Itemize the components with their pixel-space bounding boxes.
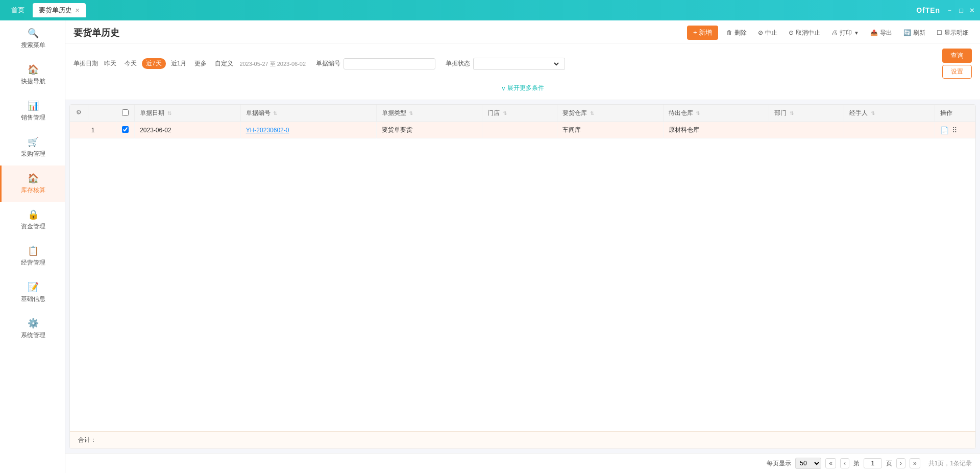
- col-pending-warehouse-label: 待出仓库: [669, 109, 693, 116]
- shortcut-more[interactable]: 更多: [191, 58, 210, 69]
- table-row: 1 2023-06-02 YH-20230602-0 要货单要货 车间库: [70, 122, 975, 138]
- window-maximize-icon[interactable]: □: [959, 7, 963, 14]
- column-doc-type-th[interactable]: 单据类型 ⇅: [377, 105, 482, 122]
- suspend-button[interactable]: ⊘ 中止: [755, 27, 780, 39]
- show-detail-button[interactable]: ☐ 显示明细: [934, 27, 972, 39]
- column-checkbox-th[interactable]: [116, 105, 135, 122]
- sidebar-item-operations-mgmt[interactable]: 📋 经营管理: [0, 238, 65, 274]
- print-button[interactable]: 🖨 打印 ▼: [828, 27, 862, 39]
- tab-close-icon[interactable]: ✕: [75, 7, 80, 14]
- sidebar-item-label: 搜索菜单: [21, 41, 45, 50]
- tab-requisition-history[interactable]: 要货单历史 ✕: [33, 3, 86, 17]
- sidebar-item-label: 资金管理: [21, 222, 45, 231]
- settings-button[interactable]: 设置: [942, 65, 972, 79]
- sidebar-item-shortcut-nav[interactable]: 🏠 快捷导航: [0, 57, 65, 93]
- doc-status-select[interactable]: 全部 待审核 已审核 已中止: [478, 60, 560, 68]
- sidebar-item-purchase-mgmt[interactable]: 🛒 采购管理: [0, 129, 65, 165]
- prev-page-button[interactable]: ‹: [840, 458, 849, 468]
- refresh-button[interactable]: 🔄 刷新: [900, 27, 928, 39]
- new-button[interactable]: + 新增: [687, 26, 718, 40]
- column-department-th[interactable]: 部门 ⇅: [769, 105, 844, 122]
- tab-home[interactable]: 首页: [5, 3, 31, 17]
- sidebar-item-system-mgmt[interactable]: ⚙️ 系统管理: [0, 311, 65, 347]
- row-more-icon[interactable]: ⠿: [952, 126, 957, 134]
- column-action-th: 操作: [935, 105, 975, 122]
- content-area: 要货单历史 + 新增 🗑 删除 ⊘ 中止 ⊙ 取消中止 🖨 打印: [65, 20, 980, 473]
- sidebar-item-label: 采购管理: [21, 150, 45, 158]
- page-label: 第: [853, 459, 860, 468]
- filter-row-2: ∨ 展开更多条件: [74, 82, 972, 94]
- doc-status-select-wrap[interactable]: 全部 待审核 已审核 已中止: [473, 58, 565, 70]
- pagination-bar: 每页显示 20 50 100 « ‹ 第 页 › » 共1页，1条记录: [65, 453, 980, 473]
- doc-number-link[interactable]: YH-20230602-0: [246, 127, 289, 134]
- sidebar-item-label: 库存核算: [21, 186, 45, 195]
- page-number-input[interactable]: [864, 458, 882, 468]
- col-req-warehouse-label: 要货仓库: [562, 109, 587, 116]
- row-action-cell: 📄 ⠿: [935, 122, 975, 138]
- last-page-button[interactable]: »: [910, 458, 920, 468]
- row-checkbox-cell[interactable]: [116, 122, 135, 138]
- export-button[interactable]: 📤 导出: [867, 27, 895, 39]
- sidebar-item-label: 经营管理: [21, 258, 45, 267]
- query-button[interactable]: 查询: [942, 49, 972, 63]
- row-req-warehouse: 车间库: [557, 122, 663, 138]
- next-page-button[interactable]: ›: [896, 458, 905, 468]
- row-department: [769, 122, 844, 138]
- print-icon: 🖨: [831, 29, 838, 36]
- row-doc-number[interactable]: YH-20230602-0: [240, 122, 376, 138]
- col-doc-date-label: 单据日期: [140, 109, 164, 116]
- print-dropdown-icon: ▼: [854, 30, 859, 36]
- sidebar: 🔍 搜索菜单 🏠 快捷导航 📊 销售管理 🛒 采购管理 🏠 库存核算 🔒 资金管…: [0, 20, 65, 473]
- column-pending-warehouse-th[interactable]: 待出仓库 ⇅: [663, 105, 769, 122]
- delete-button[interactable]: 🗑 删除: [723, 27, 750, 39]
- tab-requisition-history-label: 要货单历史: [39, 6, 72, 15]
- window-close-icon[interactable]: ✕: [969, 7, 975, 14]
- sort-doc-date-icon: ⇅: [167, 110, 172, 116]
- shortcut-yesterday[interactable]: 昨天: [101, 58, 119, 69]
- shortcut-7days[interactable]: 近7天: [142, 58, 166, 69]
- sort-pending-warehouse-icon: ⇅: [696, 110, 700, 116]
- expand-label: 展开更多条件: [507, 84, 544, 92]
- page-title: 要货单历史: [74, 27, 119, 39]
- sales-icon: 📊: [28, 100, 39, 111]
- sidebar-item-sales-mgmt[interactable]: 📊 销售管理: [0, 93, 65, 129]
- expand-conditions-button[interactable]: ∨ 展开更多条件: [497, 82, 548, 94]
- doc-number-label: 单据编号: [316, 59, 340, 68]
- page-size-select[interactable]: 20 50 100: [795, 458, 821, 469]
- cancel-suspend-button[interactable]: ⊙ 取消中止: [786, 27, 823, 39]
- date-range-display: 2023-05-27 至 2023-06-02: [239, 60, 306, 68]
- sidebar-item-basic-info[interactable]: 📝 基础信息: [0, 274, 65, 311]
- table-header-row: ⚙ 单据日期 ⇅ 单据编号 ⇅: [70, 105, 975, 122]
- column-doc-number-th[interactable]: 单据编号 ⇅: [240, 105, 376, 122]
- doc-number-input[interactable]: [344, 58, 435, 69]
- table-container[interactable]: ⚙ 单据日期 ⇅ 单据编号 ⇅: [70, 105, 975, 431]
- sort-department-icon: ⇅: [790, 110, 794, 116]
- system-icon: ⚙️: [28, 318, 39, 329]
- sidebar-item-finance-mgmt[interactable]: 🔒 资金管理: [0, 202, 65, 238]
- row-checkbox[interactable]: [122, 126, 129, 133]
- print-label: 打印: [840, 29, 852, 37]
- inventory-icon: 🏠: [28, 173, 39, 184]
- first-page-button[interactable]: «: [825, 458, 836, 468]
- column-handler-th[interactable]: 经手人 ⇅: [844, 105, 935, 122]
- shortcut-today[interactable]: 今天: [121, 58, 140, 69]
- data-table: ⚙ 单据日期 ⇅ 单据编号 ⇅: [70, 105, 975, 138]
- column-doc-date-th[interactable]: 单据日期 ⇅: [135, 105, 241, 122]
- column-req-warehouse-th[interactable]: 要货仓库 ⇅: [557, 105, 663, 122]
- select-all-checkbox[interactable]: [122, 109, 129, 116]
- filter-doc-date: 单据日期 昨天 今天 近7天 近1月 更多 自定义 2023-05-27 至 2…: [74, 58, 306, 69]
- shortcut-1month[interactable]: 近1月: [168, 58, 190, 69]
- shortcut-custom[interactable]: 自定义: [212, 58, 236, 69]
- basic-info-icon: 📝: [28, 281, 39, 293]
- sidebar-item-search-menu[interactable]: 🔍 搜索菜单: [0, 20, 65, 57]
- page-header: 要货单历史 + 新增 🗑 删除 ⊘ 中止 ⊙ 取消中止 🖨 打印: [65, 20, 980, 43]
- sidebar-item-inventory-calc[interactable]: 🏠 库存核算: [0, 165, 65, 202]
- column-store-th[interactable]: 门店 ⇅: [482, 105, 557, 122]
- col-department-label: 部门: [774, 109, 787, 116]
- sort-req-warehouse-icon: ⇅: [590, 110, 594, 116]
- window-minimize-icon[interactable]: －: [946, 6, 953, 15]
- date-shortcuts: 昨天 今天 近7天 近1月 更多 自定义: [101, 58, 236, 69]
- column-settings-th[interactable]: ⚙: [70, 105, 88, 120]
- row-edit-icon[interactable]: 📄: [940, 126, 949, 134]
- brand-label: OfTEn: [916, 6, 940, 14]
